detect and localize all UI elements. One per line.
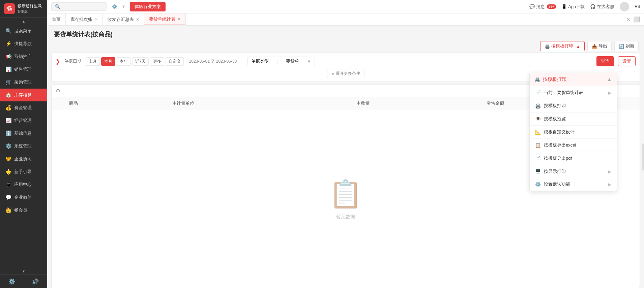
empty-text: 暂无数据 (336, 214, 355, 220)
scrollbar-handle[interactable] (642, 143, 644, 170)
template-preview-label: 按模板预览 (544, 116, 566, 122)
gear-icon: ⚙️ (5, 143, 11, 149)
export-icon: 📤 (592, 44, 597, 49)
sidebar-item-wechat[interactable]: 💬 企业微信 (0, 191, 47, 204)
settings-button[interactable]: 设置 (618, 56, 636, 66)
page-title: 要货单统计表(按商品) (47, 26, 644, 41)
megaphone-icon: 📢 (5, 54, 11, 60)
type-select[interactable]: 单据类型 | 要货单 ▼ (247, 57, 315, 66)
query-button[interactable]: 查询 (596, 56, 614, 66)
template-icon: 📄 (535, 90, 540, 95)
settings-bottom-icon[interactable]: ⚙️ (8, 278, 15, 285)
app-download-button[interactable]: 📱 App下载 (561, 4, 585, 10)
date-custom[interactable]: 自定义 (166, 57, 184, 66)
dropdown-section-display-print[interactable]: 🖥️ 按显示打印 ▶ (530, 165, 617, 178)
sidebar-item-search[interactable]: 🔍 搜索菜单 (0, 25, 47, 37)
sidebar-item-sales[interactable]: 📊 销售管理 (0, 63, 47, 76)
money-icon: 💰 (5, 105, 11, 111)
sound-icon[interactable]: 🔊 (32, 278, 39, 285)
sidebar-item-label: 搜索菜单 (14, 28, 32, 34)
topbar: 🔍 ⚙️ ▼ 体验行业方案 💬 消息 99+ 📱 App下载 🎧 在线客服 Ri… (47, 0, 644, 13)
dropdown-close-button[interactable]: ▲ (607, 76, 612, 83)
message-icon: 💬 (529, 4, 535, 9)
topbar-gear-icon[interactable]: ⚙️ (112, 4, 117, 9)
sidebar-item-inventory[interactable]: 🏠 库存核算 (0, 89, 47, 101)
date-7days[interactable]: 近7天 (132, 57, 149, 66)
tab-order-stat-close[interactable]: ✕ (177, 17, 181, 22)
sidebar-item-basic[interactable]: ℹ️ 基础信息 (0, 127, 47, 140)
current-template-label: 当前：要货单统计表 (544, 90, 583, 96)
tab-home[interactable]: 首页 (47, 13, 66, 25)
message-button[interactable]: 💬 消息 99+ (529, 4, 556, 10)
print-template-button[interactable]: 🖨️ 按模板打印 ▲ (540, 41, 585, 51)
tab-receipt-summary-close[interactable]: ✕ (136, 17, 139, 22)
dropdown-item-template-preview[interactable]: 👁️ 按模板预览 (530, 113, 617, 126)
window-controls: ✕ ⬜ (626, 13, 644, 25)
sidebar: 畅 畅康通好生意 标准版 ▲ 🔍 搜索菜单 ⚡ 快捷导航 📢 营销推广 📊 销售… (0, 0, 47, 288)
dropdown-section-default-func[interactable]: ⚙️ 设置默认功能 ▶ (530, 178, 617, 191)
empty-illustration: 📋 (329, 178, 362, 210)
avatar[interactable] (620, 2, 629, 11)
sidebar-item-guide[interactable]: 🌟 新手引导 (0, 165, 47, 178)
sidebar-item-purchase[interactable]: 🛒 采购管理 (0, 76, 47, 89)
sidebar-item-cooperation[interactable]: 🤝 企业协同 (0, 153, 47, 165)
trial-button[interactable]: 体验行业方案 (130, 2, 166, 11)
excel-icon: 📋 (535, 142, 540, 148)
message-badge: 99+ (547, 4, 556, 9)
template-print-label: 按模板打印 (544, 103, 566, 109)
date-range-display: 2023-06-01 至 2023-06-30 (189, 59, 237, 64)
sidebar-item-apps[interactable]: 📱 应用中心 (0, 178, 47, 191)
date-more[interactable]: 更多 (150, 57, 164, 66)
window-close-icon[interactable]: ✕ (626, 16, 631, 23)
more-options-icon[interactable]: ··· (586, 59, 590, 64)
chart-icon: 📊 (5, 66, 11, 72)
sidebar-scroll-down[interactable]: ▼ (0, 268, 47, 275)
home-icon: 🏠 (5, 92, 11, 98)
tab-order-stat[interactable]: 要货单统计表 ✕ (144, 13, 186, 25)
chevron-down-icon: ▼ (307, 59, 311, 64)
date-current-month[interactable]: 本月 (101, 57, 115, 66)
sidebar-item-member[interactable]: 👑 畅会员 (0, 204, 47, 217)
date-prev-month[interactable]: 上月 (86, 57, 100, 66)
default-func-icon: ⚙️ (535, 182, 540, 187)
sidebar-logo: 畅 畅康通好生意 标准版 (0, 0, 47, 18)
star-icon: 🌟 (5, 169, 11, 175)
topbar-search-input[interactable] (62, 4, 103, 9)
filter-expand-icon[interactable]: ❯ (56, 58, 60, 65)
col-unit: 主计量单位 (168, 97, 352, 110)
dropdown-item-template-print[interactable]: 🖨️ 按模板打印 (530, 99, 617, 113)
dropdown-item-template-design[interactable]: 📐 模板自定义设计 (530, 126, 617, 139)
template-design-label: 模板自定义设计 (544, 129, 575, 135)
table-settings-icon[interactable]: ⚙ (56, 88, 60, 94)
design-icon: 📐 (535, 129, 540, 135)
sidebar-item-marketing[interactable]: 📢 营销推广 (0, 50, 47, 63)
search-topbar-icon: 🔍 (55, 4, 60, 9)
date-this-year[interactable]: 本年 (117, 57, 131, 66)
online-service-button[interactable]: 🎧 在线客服 (590, 4, 614, 10)
sidebar-scroll-up[interactable]: ▲ (0, 18, 47, 25)
expand-more-button[interactable]: ∨ 展开更多条件 (327, 69, 364, 78)
dropdown-current-template[interactable]: 📄 当前：要货单统计表 ▶ (530, 86, 617, 99)
tab-batch[interactable]: 库存批次账 ✕ (66, 13, 103, 25)
sidebar-item-shortcut[interactable]: ⚡ 快捷导航 (0, 37, 47, 50)
topbar-search-box[interactable]: 🔍 (51, 2, 107, 11)
sidebar-item-operations[interactable]: 📈 经营管理 (0, 114, 47, 127)
type-label: 单据类型 (251, 58, 269, 64)
template-excel-label: 按模板导出excel (544, 142, 576, 148)
dropdown-item-template-excel[interactable]: 📋 按模板导出excel (530, 139, 617, 152)
refresh-button[interactable]: 🔄 刷新 (614, 41, 639, 51)
col-qty: 主数量 (352, 97, 482, 110)
window-maximize-icon[interactable]: ⬜ (633, 16, 640, 23)
tab-receipt-summary[interactable]: 收发存汇总表 ✕ (103, 13, 144, 25)
tab-batch-close[interactable]: ✕ (94, 17, 98, 22)
dropdown-header: 🖨️ 按模板打印 ▲ (530, 73, 617, 86)
search-icon: 🔍 (5, 28, 11, 34)
dropdown-item-template-pdf[interactable]: 📄 按模板导出pdf (530, 152, 617, 165)
sidebar-item-finance[interactable]: 💰 资金管理 (0, 101, 47, 114)
sidebar-item-system[interactable]: ⚙️ 系统管理 (0, 140, 47, 153)
export-button[interactable]: 📤 导出 (587, 41, 612, 51)
default-func-arrow: ▶ (608, 182, 611, 187)
refresh-icon: 🔄 (619, 44, 624, 49)
preview-icon: 👁️ (535, 116, 540, 122)
date-label: 单据日期 (64, 58, 82, 64)
